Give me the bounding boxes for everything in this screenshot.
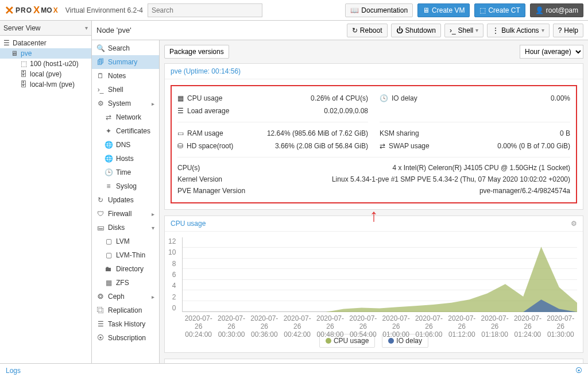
copy-icon: ⿻ bbox=[96, 306, 105, 314]
lxc-icon: ⬚ bbox=[20, 60, 28, 68]
folder-icon: 🖿 bbox=[105, 265, 113, 273]
chart-xaxis: 2020-07-2600:24:002020-07-2600:30:002020… bbox=[182, 314, 577, 329]
search-box bbox=[148, 3, 262, 17]
grid-icon: ▦ bbox=[105, 279, 113, 287]
create-vm-button[interactable]: 🖥Create VM bbox=[417, 3, 470, 17]
menu-ceph[interactable]: ❂Ceph▸ bbox=[92, 290, 159, 303]
network-icon: ⇄ bbox=[105, 113, 113, 121]
tree-datacenter[interactable]: ☰Datacenter bbox=[0, 38, 91, 48]
node-icon: 🖥 bbox=[10, 49, 18, 57]
menu-search[interactable]: 🔍Search bbox=[92, 41, 159, 55]
left-sidebar: Server View▾ ☰Datacenter 🖥pve ⬚100 (host… bbox=[0, 21, 92, 363]
memory-icon: ▭ bbox=[177, 129, 184, 137]
terminal-icon: ›_ bbox=[450, 26, 456, 34]
tree-vm-100[interactable]: ⬚100 (host1-u20) bbox=[0, 59, 91, 69]
menu-system[interactable]: ⚙System▸ bbox=[92, 97, 159, 110]
menu-shell[interactable]: ›_Shell bbox=[92, 83, 159, 97]
tree-storage-local[interactable]: 🗄local (pve) bbox=[0, 69, 91, 79]
menu-syslog[interactable]: ≡Syslog bbox=[92, 179, 159, 193]
main-pane: Package versions Hour (average) pve (Upt… bbox=[160, 40, 588, 363]
node-toolbar: Node 'pve' ↻Reboot ⏻Shutdown ›_Shell ▾ ⋮… bbox=[92, 21, 588, 40]
package-versions-button[interactable]: Package versions bbox=[164, 45, 229, 59]
interval-select[interactable]: Hour (average) bbox=[520, 45, 583, 59]
menu-notes[interactable]: 🗒Notes bbox=[92, 69, 159, 83]
summary-panel: pve (Uptime: 00:14:56) ▦CPU usage0.26% o… bbox=[164, 63, 583, 210]
menu-hosts[interactable]: 🌐Hosts bbox=[92, 152, 159, 166]
menu-summary[interactable]: 🗐Summary bbox=[92, 55, 159, 69]
view-selector[interactable]: Server View▾ bbox=[0, 21, 91, 36]
storage-icon: 🗄 bbox=[20, 80, 28, 89]
ceph-icon: ❂ bbox=[96, 293, 105, 301]
tree-node-pve[interactable]: 🖥pve bbox=[0, 48, 91, 59]
terminal-icon: ›_ bbox=[96, 86, 105, 94]
list-icon: ☰ bbox=[96, 320, 105, 328]
desktop-icon: 🖥 bbox=[423, 6, 430, 14]
refresh-icon: ↻ bbox=[96, 196, 105, 204]
storage-icon: 🗄 bbox=[20, 70, 28, 78]
book-icon: 📖 bbox=[350, 6, 359, 14]
summary-header: pve (Uptime: 00:14:56) bbox=[165, 64, 583, 79]
bars-icon: ☰ bbox=[177, 107, 184, 115]
shell-button[interactable]: ›_Shell ▾ bbox=[444, 24, 483, 37]
tree-storage-local-lvm[interactable]: 🗄local-lvm (pve) bbox=[0, 79, 91, 90]
cpu-chart-panel: CPU usage⚙ 121086420 2020-07-2600:24:002… bbox=[164, 216, 583, 353]
swap-icon: ⇄ bbox=[380, 142, 385, 150]
node-menu: 🔍Search 🗐Summary 🗒Notes ›_Shell ⚙System▸… bbox=[92, 40, 160, 363]
logo: ✕PROXMOX bbox=[5, 3, 59, 17]
node-title: Node 'pve' bbox=[96, 26, 131, 34]
square-icon: ▢ bbox=[105, 237, 113, 245]
life-ring-icon: ⦿ bbox=[96, 334, 105, 342]
power-icon: ⏻ bbox=[396, 26, 403, 34]
bulk-actions-button[interactable]: ⋮Bulk Actions ▾ bbox=[487, 24, 549, 37]
search-input[interactable] bbox=[148, 3, 262, 17]
refresh-icon: ↻ bbox=[352, 26, 358, 34]
menu-updates[interactable]: ↻Updates bbox=[92, 193, 159, 207]
cert-icon: ✦ bbox=[105, 127, 113, 135]
reboot-button[interactable]: ↻Reboot bbox=[347, 24, 388, 37]
menu-firewall[interactable]: 🛡Firewall▸ bbox=[92, 207, 159, 221]
help-icon: ? bbox=[558, 26, 562, 34]
resource-tree: ☰Datacenter 🖥pve ⬚100 (host1-u20) 🗄local… bbox=[0, 36, 91, 363]
globe-icon: 🌐 bbox=[105, 141, 113, 149]
user-button[interactable]: 👤root@pam bbox=[530, 3, 583, 17]
shield-icon: 🛡 bbox=[96, 210, 105, 218]
chip-icon: ▦ bbox=[177, 94, 184, 102]
clock-icon: 🕓 bbox=[380, 94, 388, 102]
list-icon: ≡ bbox=[105, 182, 113, 190]
topbar: ✕PROXMOX Virtual Environment 6.2-4 📖Docu… bbox=[0, 0, 588, 21]
menu-disks[interactable]: 🖴Disks▾ bbox=[92, 221, 159, 234]
list-icon: ⋮ bbox=[492, 26, 499, 34]
create-ct-button[interactable]: ⬚Create CT bbox=[474, 3, 525, 17]
logs-bar[interactable]: Logs ⦿ bbox=[0, 363, 588, 377]
menu-zfs[interactable]: ▦ZFS bbox=[92, 276, 159, 290]
menu-directory[interactable]: 🖿Directory bbox=[92, 262, 159, 276]
chevron-up-icon: ⦿ bbox=[575, 367, 582, 375]
gear-icon[interactable]: ⚙ bbox=[571, 220, 577, 228]
documentation-button[interactable]: 📖Documentation bbox=[345, 3, 413, 17]
shutdown-button[interactable]: ⏻Shutdown bbox=[391, 24, 441, 37]
chart-yaxis: 121086420 bbox=[168, 237, 176, 312]
menu-network[interactable]: ⇄Network bbox=[92, 110, 159, 124]
menu-dns[interactable]: 🌐DNS bbox=[92, 138, 159, 152]
menu-time[interactable]: 🕒Time bbox=[92, 166, 159, 179]
menu-task-history[interactable]: ☰Task History bbox=[92, 317, 159, 331]
notes-icon: 🗒 bbox=[96, 72, 105, 80]
server-icon: ☰ bbox=[2, 39, 10, 47]
gear-icon: ⚙ bbox=[96, 99, 105, 107]
cube-icon: ⬚ bbox=[479, 6, 486, 14]
menu-lvm-thin[interactable]: ▢LVM-Thin bbox=[92, 248, 159, 262]
disk-icon: 🖴 bbox=[96, 224, 105, 232]
version-label: Virtual Environment 6.2-4 bbox=[65, 6, 143, 14]
summary-icon: 🗐 bbox=[96, 58, 105, 66]
cpu-chart: 121086420 2020-07-2600:24:002020-07-2600… bbox=[182, 237, 577, 329]
menu-subscription[interactable]: ⦿Subscription bbox=[92, 331, 159, 345]
gear-icon[interactable]: ⚙ bbox=[571, 363, 577, 363]
search-icon: 🔍 bbox=[96, 44, 105, 52]
server-load-panel: Server load⚙ bbox=[164, 359, 583, 363]
square-icon: ▢ bbox=[105, 251, 113, 259]
arrow-annotation: ↑ bbox=[370, 206, 378, 225]
help-button[interactable]: ?Help bbox=[553, 24, 583, 37]
menu-replication[interactable]: ⿻Replication bbox=[92, 303, 159, 317]
menu-lvm[interactable]: ▢LVM bbox=[92, 234, 159, 248]
menu-certificates[interactable]: ✦Certificates bbox=[92, 124, 159, 138]
